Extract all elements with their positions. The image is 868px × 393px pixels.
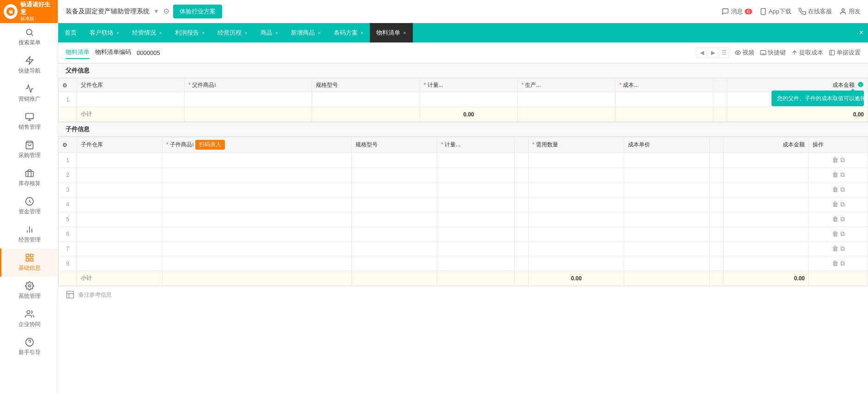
action-cost[interactable]: 提取成本 <box>791 48 823 57</box>
child-row-2-product[interactable] <box>162 168 351 182</box>
child-row-4-product[interactable] <box>162 197 351 212</box>
online-service-btn[interactable]: 在线客服 <box>799 7 832 16</box>
parent-th-settings[interactable]: ⚙ <box>59 79 77 92</box>
parent-row-1-warehouse[interactable] <box>77 92 185 107</box>
child-row-5-copy-icon[interactable]: ⧉ <box>840 215 845 223</box>
sidebar-item-search[interactable]: 搜索菜单 <box>0 23 58 51</box>
child-row-3-qty[interactable] <box>528 182 624 197</box>
child-row-8-unit[interactable] <box>437 256 515 271</box>
sidebar-item-purchase[interactable]: 采购管理 <box>0 136 58 164</box>
child-row-4-spec[interactable] <box>352 197 437 212</box>
sidebar-item-marketing[interactable]: 营销推广 <box>0 79 58 108</box>
parent-row-1-unit[interactable] <box>420 92 518 107</box>
child-row-3-delete-icon[interactable]: 🗑 <box>832 186 838 193</box>
action-shortcut[interactable]: 快捷键 <box>760 48 786 57</box>
child-row-8-spec[interactable] <box>352 256 437 271</box>
tab-profit-close[interactable]: × <box>202 30 205 36</box>
tab-profit[interactable]: 利润报告 × <box>169 23 211 42</box>
child-row-7-delete-icon[interactable]: 🗑 <box>832 245 838 253</box>
sidebar-item-operations[interactable]: 经营管理 <box>0 220 58 248</box>
child-row-5-delete-icon[interactable]: 🗑 <box>832 215 838 223</box>
tooltip-trigger-icon[interactable] <box>857 81 864 88</box>
child-row-4-qty[interactable] <box>528 197 624 212</box>
user-btn[interactable]: 用友 <box>839 7 861 16</box>
child-row-4-delete-icon[interactable]: 🗑 <box>832 200 838 208</box>
tab-barcode[interactable]: 条码方案 × <box>327 23 370 42</box>
child-row-4-unit[interactable] <box>437 197 515 212</box>
child-row-6-unit-cost[interactable] <box>624 227 710 242</box>
child-row-1-spec[interactable] <box>352 153 437 168</box>
tab-clients-close[interactable]: × <box>116 30 119 36</box>
sidebar-item-sales[interactable]: 销售管理 <box>0 108 58 136</box>
child-th-settings[interactable]: ⚙ <box>59 137 77 153</box>
tab-goods-close[interactable]: × <box>275 30 278 36</box>
sidebar-item-enterprise[interactable]: 企业协同 <box>0 305 58 333</box>
child-row-7-unit[interactable] <box>437 242 515 256</box>
parent-row-1-production[interactable] <box>518 92 615 107</box>
child-row-6-spec[interactable] <box>352 227 437 242</box>
child-row-1-qty[interactable] <box>528 153 624 168</box>
nav-all-close[interactable]: × <box>855 29 868 37</box>
child-row-2-warehouse[interactable] <box>77 168 163 182</box>
sub-tab-bom[interactable]: 物料清单 <box>66 46 90 59</box>
child-row-7-copy-icon[interactable]: ⧉ <box>840 245 845 253</box>
child-row-6-unit[interactable] <box>437 227 515 242</box>
child-row-3-unit-cost[interactable] <box>624 182 710 197</box>
tab-newgoods[interactable]: 新增商品 × <box>284 23 327 42</box>
child-row-7-warehouse[interactable] <box>77 242 163 256</box>
action-settings[interactable]: 单据设置 <box>829 48 861 57</box>
child-row-6-qty[interactable] <box>528 227 624 242</box>
topbar-dropdown-icon[interactable]: ▼ <box>153 8 159 15</box>
child-row-1-warehouse[interactable] <box>77 153 163 168</box>
tab-history-close[interactable]: × <box>244 30 247 36</box>
action-view[interactable]: 视频 <box>735 48 754 57</box>
child-row-1-unit[interactable] <box>437 153 515 168</box>
tab-history[interactable]: 经营历程 × <box>211 23 253 42</box>
child-row-8-delete-icon[interactable]: 🗑 <box>832 260 838 267</box>
child-row-4-copy-icon[interactable]: ⧉ <box>840 200 845 208</box>
experience-btn[interactable]: 体验行业方案 <box>173 5 222 18</box>
child-row-4-unit-cost[interactable] <box>624 197 710 212</box>
sidebar-item-quicknav[interactable]: 快捷导航 <box>0 51 58 79</box>
child-row-1-unit-cost[interactable] <box>624 153 710 168</box>
sidebar-item-guide[interactable]: 新手引导 <box>0 333 58 361</box>
child-row-2-unit-cost[interactable] <box>624 168 710 182</box>
child-row-8-unit-cost[interactable] <box>624 256 710 271</box>
child-row-5-unit-cost[interactable] <box>624 212 710 227</box>
tab-home[interactable]: 首页 <box>58 23 83 42</box>
app-download-btn[interactable]: App下载 <box>760 7 791 16</box>
tab-barcode-close[interactable]: × <box>361 30 363 36</box>
parent-row-1-cost[interactable] <box>615 92 713 107</box>
child-row-5-product[interactable] <box>162 212 351 227</box>
child-row-6-copy-icon[interactable]: ⧉ <box>840 230 845 238</box>
child-row-2-spec[interactable] <box>352 168 437 182</box>
child-row-8-product[interactable] <box>162 256 351 271</box>
child-row-5-unit[interactable] <box>437 212 515 227</box>
child-row-7-unit-cost[interactable] <box>624 242 710 256</box>
parent-row-1-product[interactable] <box>185 92 312 107</box>
parent-row-1-spec[interactable] <box>312 92 420 107</box>
nav-menu[interactable]: ☰ <box>719 48 729 58</box>
child-row-3-copy-icon[interactable]: ⧉ <box>840 186 845 193</box>
tab-clients[interactable]: 客户联络 × <box>83 23 126 42</box>
message-btn[interactable]: 消息 6 <box>722 7 752 16</box>
child-row-4-warehouse[interactable] <box>77 197 163 212</box>
child-row-7-qty[interactable] <box>528 242 624 256</box>
sidebar-item-basic[interactable]: 基础信息 <box>0 248 58 277</box>
nav-arrow-right[interactable]: ▶ <box>708 48 718 58</box>
tab-operations[interactable]: 经营情况 × <box>126 23 168 42</box>
child-row-6-delete-icon[interactable]: 🗑 <box>832 230 838 238</box>
child-row-3-product[interactable] <box>162 182 351 197</box>
child-row-8-copy-icon[interactable]: ⧉ <box>840 260 845 267</box>
child-row-1-product[interactable] <box>162 153 351 168</box>
child-row-3-warehouse[interactable] <box>77 182 163 197</box>
sub-tab-bom-code[interactable]: 物料清单编码 <box>95 46 131 59</box>
sidebar-item-inventory[interactable]: 库存核算 <box>0 164 58 192</box>
child-row-5-qty[interactable] <box>528 212 624 227</box>
child-row-3-unit[interactable] <box>437 182 515 197</box>
child-row-8-qty[interactable] <box>528 256 624 271</box>
sidebar-item-finance[interactable]: 资金管理 <box>0 192 58 220</box>
tab-bom[interactable]: 物料清单 × <box>370 23 412 42</box>
child-row-5-spec[interactable] <box>352 212 437 227</box>
child-row-6-warehouse[interactable] <box>77 227 163 242</box>
